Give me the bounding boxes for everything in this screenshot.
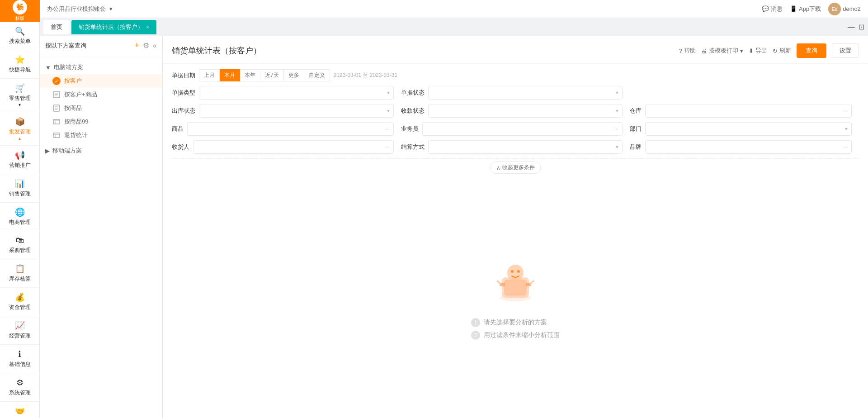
export-button[interactable]: ⬇ 导出 — [749, 47, 767, 55]
date-btn-last-7-days[interactable]: 近7天 — [260, 69, 284, 81]
add-scheme-button[interactable]: + — [135, 41, 140, 50]
tab-sales-stats[interactable]: 销货单统计表（按客户） × — [71, 20, 156, 34]
wholesale-icon: 📦 — [15, 117, 25, 127]
svg-line-22 — [497, 281, 501, 284]
sidebar-item-label: 电商管理 — [9, 218, 31, 226]
dots-icon[interactable]: ··· — [385, 144, 390, 150]
download-icon: 📱 — [790, 5, 797, 12]
sidebar-item-marketing[interactable]: 📢 营销推广 — [0, 146, 40, 174]
marketing-icon: 📢 — [15, 150, 25, 160]
settings-button[interactable]: 设置 — [832, 43, 859, 58]
sidebar-item-purchase[interactable]: 🛍 采购管理 — [0, 231, 40, 259]
scheme-active-icon: ✓ — [52, 77, 61, 85]
sidebar-item-inventory[interactable]: 📋 库存核算 — [0, 259, 40, 288]
collapse-panel-button[interactable]: « — [153, 42, 157, 50]
scheme-section: ▼ 电脑端方案 ✓ 按客户 按客户+商品 — [40, 55, 162, 161]
scheme-item-by-customer[interactable]: ✓ 按客户 — [40, 74, 162, 88]
breadcrumb-dropdown-icon[interactable]: ▾ — [109, 5, 113, 12]
date-btn-last-month[interactable]: 上月 — [199, 69, 220, 81]
search-menu-icon: 🔍 — [15, 26, 25, 36]
date-btn-this-month[interactable]: 本月 — [220, 69, 240, 81]
mobile-scheme-label: 移动端方案 — [52, 147, 82, 155]
dots-icon[interactable]: ··· — [843, 108, 848, 114]
salesperson-input[interactable]: ··· — [422, 122, 623, 136]
date-btn-more[interactable]: 更多 — [284, 69, 304, 81]
warehouse-label: 仓库 — [630, 107, 642, 115]
svg-point-17 — [507, 265, 524, 281]
out-status-select[interactable]: ▾ — [199, 104, 394, 118]
collapse-bar: ∧ 收起更多条件 — [172, 158, 859, 176]
payment-select[interactable]: ▾ — [428, 140, 623, 154]
dept-label: 部门 — [630, 125, 642, 133]
window-minimize-icon[interactable]: — — [848, 23, 855, 31]
doc-status-label: 单据状态 — [401, 89, 425, 97]
scheme-item-label: 退货统计 — [64, 131, 88, 139]
date-btn-this-year[interactable]: 本年 — [240, 69, 260, 81]
sidebar-item-operations[interactable]: 📈 经营管理 — [0, 316, 40, 345]
page-title: 销货单统计表（按客户） — [172, 45, 261, 56]
sidebar-item-basic-info[interactable]: ℹ 基础信息 — [0, 345, 40, 373]
doc-status-select[interactable]: ▾ — [428, 86, 623, 100]
print-button[interactable]: 🖨 按模板打印 ▾ — [701, 47, 743, 55]
out-status-label: 出库状态 — [172, 107, 195, 115]
scheme-icon-plain2 — [52, 104, 61, 112]
warehouse-input[interactable]: ··· — [645, 104, 852, 118]
sidebar-item-ecommerce[interactable]: 🌐 电商管理 — [0, 203, 40, 231]
avatar-text: Ea — [832, 6, 838, 12]
sidebar-item-label: 零售管理 — [9, 95, 31, 102]
user-profile[interactable]: Ea demo2 — [828, 3, 861, 15]
dots-icon[interactable]: ··· — [614, 126, 618, 132]
sidebar-item-label: 快捷导航 — [9, 66, 31, 74]
message-button[interactable]: 💬 消息 — [762, 5, 783, 13]
product-input[interactable]: ··· — [187, 122, 394, 136]
help-button[interactable]: ? 帮助 — [679, 47, 696, 55]
brand-input[interactable]: ··· — [645, 140, 852, 154]
recv-status-select[interactable]: ▾ — [428, 104, 623, 118]
doc-type-select[interactable]: ▾ — [199, 86, 394, 100]
desktop-scheme-group-header[interactable]: ▼ 电脑端方案 — [40, 61, 162, 74]
date-btn-custom[interactable]: 自定义 — [304, 69, 330, 81]
sidebar-item-wholesale[interactable]: 📦 批发管理 ▴ — [0, 112, 40, 146]
query-button[interactable]: 查询 — [797, 43, 826, 58]
collapse-button[interactable]: ∧ 收起更多条件 — [491, 162, 541, 174]
desktop-scheme-label: 电脑端方案 — [54, 63, 83, 71]
tab-home[interactable]: 首页 — [43, 20, 70, 34]
tab-sales-stats-label: 销货单统计表（按客户） — [79, 23, 143, 31]
receiver-input[interactable]: ··· — [193, 140, 394, 154]
help-icon: ? — [679, 48, 682, 54]
svg-point-19 — [517, 270, 520, 273]
filter-cell-empty — [630, 86, 859, 100]
left-panel-header: 按以下方案查询 + ⚙ « — [40, 36, 162, 55]
refresh-button[interactable]: ↻ 刷新 — [773, 47, 791, 55]
sidebar-item-sales[interactable]: 📊 销售管理 — [0, 174, 40, 203]
print-dropdown-icon: ▾ — [740, 48, 743, 54]
sidebar-item-quick-nav[interactable]: ⭐ 快捷导航 — [0, 50, 40, 79]
svg-rect-11 — [53, 133, 60, 138]
edit-scheme-button[interactable]: ⚙ — [143, 41, 149, 50]
dept-select[interactable]: ▾ — [645, 122, 852, 136]
dots-icon[interactable]: ··· — [385, 126, 390, 132]
print-icon: 🖨 — [701, 48, 707, 54]
left-panel-actions: + ⚙ « — [135, 41, 157, 50]
sidebar-item-label: 经营管理 — [9, 332, 31, 340]
sidebar-item-retail[interactable]: 🛒 零售管理 ▾ — [0, 79, 40, 112]
sidebar-item-search-menu[interactable]: 🔍 搜索菜单 — [0, 22, 40, 50]
sidebar-item-finance[interactable]: 💰 资金管理 — [0, 288, 40, 316]
sidebar-item-system[interactable]: ⚙ 系统管理 — [0, 373, 40, 402]
scheme-item-by-customer-product[interactable]: 按客户+商品 — [40, 88, 162, 101]
filter-cell-brand: 品牌 ··· — [630, 140, 859, 154]
filter-cell-salesperson: 业务员 ··· — [401, 122, 630, 136]
dots-icon[interactable]: ··· — [843, 144, 848, 150]
inventory-icon: 📋 — [15, 264, 25, 274]
mobile-scheme-header[interactable]: ▶ 移动端方案 — [40, 144, 162, 157]
app-download-button[interactable]: 📱 App下载 — [790, 5, 821, 13]
main-area: 办公用品行业模拟账套 ▾ 💬 消息 📱 App下载 Ea demo2 首页 — [40, 0, 868, 418]
page-header: 销货单统计表（按客户） ? 帮助 🖨 按模板打印 ▾ ⬇ 导出 — [163, 36, 868, 64]
scheme-item-return-stats[interactable]: 退货统计 — [40, 128, 162, 142]
scheme-item-by-product[interactable]: 按商品 — [40, 101, 162, 115]
scheme-item-by-product-99[interactable]: 按商品99 — [40, 115, 162, 128]
date-range-text: 2023-03-01 至 2023-03-31 — [334, 71, 397, 79]
tab-close-icon[interactable]: × — [146, 24, 149, 30]
window-maximize-icon[interactable]: ⊡ — [859, 23, 864, 31]
sidebar-item-enterprise[interactable]: 🤝 企业协同 — [0, 402, 40, 418]
